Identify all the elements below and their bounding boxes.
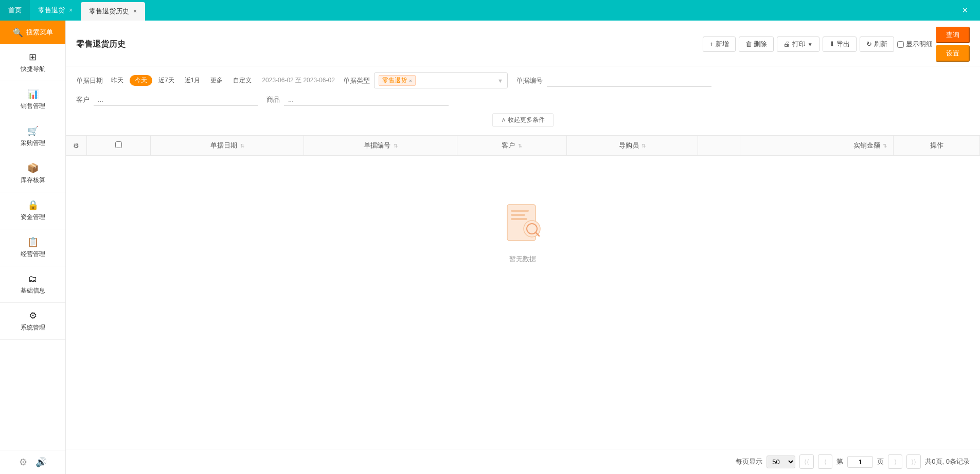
sales-mgmt-icon: 📊 [27, 88, 39, 100]
doctype-select-arrow: ▼ [497, 78, 503, 84]
tab-retail-return-history-label: 零售退货历史 [89, 7, 129, 16]
date-opt-custom[interactable]: 自定义 [229, 75, 256, 86]
date-opt-more[interactable]: 更多 [206, 75, 227, 86]
page-input[interactable] [847, 456, 873, 468]
customer-input[interactable] [94, 94, 258, 106]
page-first-button[interactable]: ⟨⟨ [799, 454, 814, 469]
sidebar: 🔍 搜索菜单 ⊞ 快捷导航 📊 销售管理 🛒 采购管理 📦 库存核算 🔒 [0, 21, 66, 474]
th-amount[interactable]: 实销金额 ⇅ [740, 136, 894, 156]
tab-retail-return-close[interactable]: × [69, 7, 73, 14]
doctype-select[interactable]: 零售退货 × ▼ [374, 72, 508, 88]
export-button[interactable]: ⬇ 导出 [823, 37, 857, 52]
th-guide[interactable]: 导购员 ⇅ [566, 136, 698, 156]
tab-home-label: 首页 [8, 6, 22, 15]
filter-row-2: 客户 商品 [76, 94, 970, 106]
date-opt-today[interactable]: 今天 [130, 75, 152, 86]
filter-area: 单据日期 昨天 今天 近7天 近1月 更多 自定义 2023-06-02 至 2… [66, 66, 980, 136]
th-settings[interactable]: ⚙ [66, 136, 86, 156]
collapse-button[interactable]: ∧ 收起更多条件 [492, 113, 554, 127]
display-toggle-checkbox[interactable] [897, 41, 904, 48]
delete-button-label: 🗑 删除 [745, 40, 768, 49]
new-button-label: + 新增 [709, 40, 728, 49]
query-button-label: 查询 [946, 31, 959, 39]
display-toggle[interactable]: 显示明细 [897, 40, 933, 49]
sidebar-search[interactable]: 🔍 搜索菜单 [0, 21, 65, 44]
th-doc-no-sort: ⇅ [394, 143, 398, 149]
page-label: 第 [836, 457, 843, 466]
sidebar-item-quick-nav[interactable]: ⊞ 快捷导航 [0, 44, 65, 81]
print-button-label: 🖨 打印 [783, 40, 806, 49]
page-next-button[interactable]: ⟩ [888, 454, 902, 469]
date-range: 2023-06-02 至 2023-06-02 [262, 76, 334, 85]
delete-button[interactable]: 🗑 删除 [739, 37, 774, 52]
window-close-button[interactable]: × [958, 5, 972, 16]
page-last-button[interactable]: ⟩⟩ [906, 454, 921, 469]
sales-mgmt-label: 销售管理 [21, 102, 45, 111]
date-label: 单据日期 [76, 76, 103, 85]
settings-footer-icon[interactable]: ⚙ [19, 457, 27, 468]
sidebar-item-purchase-mgmt[interactable]: 🛒 采购管理 [0, 118, 65, 155]
goods-label: 商品 [266, 95, 280, 104]
page-title: 零售退货历史 [76, 39, 126, 50]
page-size-select[interactable]: 50 100 200 [767, 455, 795, 468]
settings-col-icon: ⚙ [73, 142, 79, 150]
svg-rect-1 [511, 210, 529, 212]
purchase-mgmt-icon: 🛒 [27, 125, 39, 137]
date-opt-1month[interactable]: 近1月 [181, 75, 205, 86]
tab-retail-return-history[interactable]: 零售退货历史 × [81, 2, 145, 21]
page-prev-button[interactable]: ⟨ [818, 454, 832, 469]
finance-icon: 🔒 [27, 199, 39, 211]
empty-state: 暂无数据 [66, 156, 980, 305]
sidebar-item-basic-info[interactable]: 🗂 基础信息 [0, 266, 65, 303]
sidebar-search-label: 搜索菜单 [26, 28, 53, 37]
sidebar-item-ops-mgmt[interactable]: 📋 经营管理 [0, 229, 65, 266]
doctype-label: 单据类型 [343, 76, 370, 85]
goods-input[interactable] [284, 94, 449, 106]
date-options: 昨天 今天 近7天 近1月 更多 自定义 [107, 75, 256, 86]
tab-home[interactable]: 首页 [0, 0, 30, 21]
sidebar-item-inventory[interactable]: 📦 库存核算 [0, 155, 65, 192]
settings-button-label: 设置 [946, 49, 959, 57]
empty-icon [497, 197, 548, 248]
table-wrapper: ⚙ 单据日期 ⇅ 单据编号 ⇅ [66, 136, 980, 449]
th-amount-sort: ⇅ [883, 143, 887, 149]
sidebar-nav: ⊞ 快捷导航 📊 销售管理 🛒 采购管理 📦 库存核算 🔒 资金管理 📋 [0, 44, 65, 450]
top-bar-right: × [958, 5, 980, 16]
doctype-filter: 单据类型 零售退货 × ▼ [343, 72, 508, 88]
refresh-button[interactable]: ↻ 刷新 [860, 37, 894, 52]
sidebar-item-sys-mgmt[interactable]: ⚙ 系统管理 [0, 303, 65, 340]
sys-mgmt-label: 系统管理 [21, 323, 45, 332]
print-button[interactable]: 🖨 打印 ▼ [777, 37, 819, 52]
docno-input[interactable] [547, 75, 711, 87]
search-icon: 🔍 [13, 28, 23, 38]
tab-retail-return-history-close[interactable]: × [133, 8, 137, 15]
quick-nav-icon: ⊞ [29, 51, 37, 63]
date-opt-7days[interactable]: 近7天 [154, 75, 179, 86]
new-button[interactable]: + 新增 [703, 37, 735, 52]
select-all-checkbox[interactable] [115, 141, 122, 148]
settings-button[interactable]: 设置 [936, 45, 970, 62]
svg-rect-3 [511, 218, 527, 220]
audio-footer-icon[interactable]: 🔊 [35, 457, 47, 468]
finance-label: 资金管理 [21, 213, 45, 222]
doctype-tag-close[interactable]: × [409, 78, 412, 84]
th-customer[interactable]: 客户 ⇅ [457, 136, 566, 156]
export-button-label: ⬇ 导出 [829, 40, 850, 49]
table-body: 暂无数据 [66, 156, 980, 305]
sidebar-item-sales-mgmt[interactable]: 📊 销售管理 [0, 81, 65, 118]
th-guide-sort: ⇅ [642, 143, 646, 149]
empty-state-cell: 暂无数据 [66, 156, 980, 305]
th-doc-date[interactable]: 单据日期 ⇅ [151, 136, 304, 156]
tab-retail-return[interactable]: 零售退货 × [30, 0, 81, 21]
th-customer-sort: ⇅ [518, 143, 522, 149]
query-button[interactable]: 查询 [936, 27, 970, 43]
table-header-row: ⚙ 单据日期 ⇅ 单据编号 ⇅ [66, 136, 980, 156]
th-doc-no[interactable]: 单据编号 ⇅ [304, 136, 457, 156]
sidebar-item-finance[interactable]: 🔒 资金管理 [0, 192, 65, 229]
pagination-bar: 每页显示 50 100 200 ⟨⟨ ⟨ 第 页 ⟩ ⟩⟩ 共0页, 0条记录 [66, 449, 980, 474]
date-opt-yesterday[interactable]: 昨天 [107, 75, 128, 86]
th-amount-label: 实销金额 [853, 141, 880, 149]
svg-rect-2 [511, 214, 525, 216]
inventory-icon: 📦 [27, 162, 39, 174]
tab-list: 首页 零售退货 × 零售退货历史 × [0, 0, 958, 21]
